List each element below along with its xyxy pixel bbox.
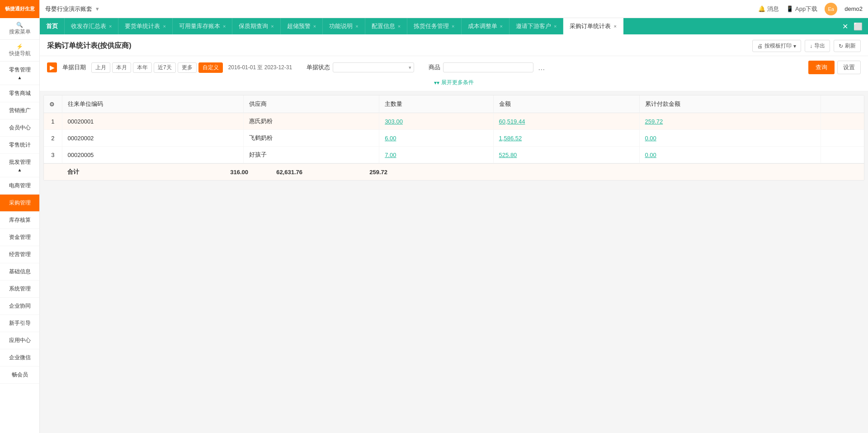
date-this-month-button[interactable]: 本月 [112,62,131,73]
tab-cost-adj[interactable]: 成本调整单 × [462,18,509,34]
tab-close-config[interactable]: × [398,24,401,29]
tab-config[interactable]: 配置信息 × [365,18,407,34]
filter-status: 单据状态 [307,62,414,72]
row-supplier: 飞鹤奶粉 [243,130,379,147]
row-index: 3 [44,147,62,163]
sidebar-item-retail-shop[interactable]: 零售商城 [0,85,39,102]
more-options-button[interactable]: ... [536,63,547,71]
expand-more-button[interactable]: ▾▾ 展开更多条件 [434,76,474,86]
sidebar-item-app-center[interactable]: 应用中心 [0,332,39,349]
page-actions: 🖨 按模板打印 ▾ ↓ 导出 ↻ 刷新 [752,40,861,52]
tabs-end-controls: ✕ ⬜ [840,22,868,31]
page-content: 采购订单统计表(按供应商) 🖨 按模板打印 ▾ ↓ 导出 ↻ 刷新 [40,34,868,433]
tab-func-desc[interactable]: 功能说明 × [323,18,365,34]
col-settings: ⚙ [44,95,62,113]
sidebar-item-basic-info[interactable]: 基础信息 [0,263,39,281]
chevron-down-icon: ▾ [793,43,796,49]
sidebar-item-finance[interactable]: 资金管理 [0,229,39,246]
close-all-tabs-button[interactable]: ✕ [840,22,850,31]
sidebar-item-batch-mgmt[interactable]: 批发管理▲ [0,154,39,177]
sidebar-item-member2[interactable]: 畅会员 [0,366,39,384]
sidebar-item-wechat[interactable]: 企业微信 [0,349,39,366]
date-more-button[interactable]: 更多 [178,62,197,73]
table-row[interactable]: 2 00020002 飞鹤奶粉 6.00 1,586.52 0.00 [44,130,864,147]
refresh-icon: ↻ [839,43,843,49]
tab-pick-task[interactable]: 拣货任务管理 × [407,18,461,34]
sidebar-item-member[interactable]: 会员中心 [0,119,39,137]
col-amount: 金额 [493,95,639,113]
tab-purchase-stat[interactable]: 采购订单统计表 × [563,18,623,34]
row-paid: 0.00 [639,130,821,147]
table-row[interactable]: 1 00020001 惠氏奶粉 303.00 60,519.44 259.72 [44,113,864,130]
purchase-stat-table: ⚙ 往来单位编码 供应商 主数量 金额 累计付款金额 1 00020001 惠氏… [44,95,864,163]
filter-row-main: ▶ 单据日期 上月 本月 本年 近7天 更多 自定义 2016-01-01 至 … [47,61,861,74]
date-preset-buttons: 上月 本月 本年 近7天 更多 自定义 [91,62,223,73]
refresh-button[interactable]: ↻ 刷新 [834,40,861,52]
sidebar-quick-nav[interactable]: ⚡ 快捷导航 [0,40,39,62]
filter-toggle-button[interactable]: ▶ [47,62,57,72]
row-amount: 60,519.44 [493,113,639,130]
sidebar-item-biz-mgmt[interactable]: 经营管理 [0,246,39,263]
nav-tabs: 首页 收发存汇总表 × 要货单统计表 × 可用量库存账本 × 保质期查询 × 超… [40,18,868,34]
tab-close-purchase-stat[interactable]: × [613,24,616,29]
date-7days-button[interactable]: 近7天 [154,62,176,73]
chevron-icon: ▲ [18,75,22,80]
username-label: demo2 [844,5,863,12]
tab-close-avail-stock[interactable]: × [223,24,226,29]
row-qty: 303.00 [379,113,493,130]
sidebar-item-newbie[interactable]: 新手引导 [0,315,39,332]
tab-home[interactable]: 首页 [40,18,65,34]
chevron-icon: ▲ [18,167,22,172]
message-button[interactable]: 🔔 消息 [758,5,779,13]
tab-close-overstock[interactable]: × [313,24,316,29]
settings-button[interactable]: 设置 [837,61,861,74]
sidebar-item-ecommerce[interactable]: 电商管理 [0,177,39,195]
tab-close-pick-task[interactable]: × [452,24,454,29]
template-print-button[interactable]: 🖨 按模板打印 ▾ [752,40,801,52]
table-row[interactable]: 3 00020005 好孩子 7.00 525.80 0.00 [44,147,864,163]
chevron-down-icon[interactable]: ▾ [96,5,99,12]
row-index: 1 [44,113,62,130]
tab-invite[interactable]: 邀请下游客户 × [509,18,563,34]
sidebar-item-retail-stat[interactable]: 零售统计 [0,137,39,154]
tab-overstock[interactable]: 超储预警 × [281,18,323,34]
sidebar-item-sys-mgmt[interactable]: 系统管理 [0,281,39,298]
sidebar-item-enterprise[interactable]: 企业协同 [0,298,39,315]
tab-recv-send[interactable]: 收发存汇总表 × [65,18,118,34]
sidebar-item-retail-mgmt[interactable]: 零售管理▲ [0,62,39,85]
main-content: 母婴行业演示账套 ▾ 🔔 消息 📱 App下载 Ea demo2 首页 收发存汇… [40,0,868,433]
tab-close-invite[interactable]: × [554,24,557,29]
date-this-year-button[interactable]: 本年 [133,62,152,73]
tab-close-recv-send[interactable]: × [109,24,112,29]
query-button[interactable]: 查询 [808,61,835,74]
sidebar-item-purchase-mgmt[interactable]: 采购管理 [0,195,39,212]
date-last-month-button[interactable]: 上月 [91,62,110,73]
tab-avail-stock[interactable]: 可用量库存账本 × [173,18,232,34]
tab-close-order-stat[interactable]: × [163,24,165,29]
date-custom-button[interactable]: 自定义 [198,62,223,73]
status-select[interactable] [333,62,414,72]
topbar: 母婴行业演示账套 ▾ 🔔 消息 📱 App下载 Ea demo2 [40,0,868,18]
tab-expiry[interactable]: 保质期查询 × [232,18,280,34]
sidebar-item-marketing[interactable]: 营销推广 [0,102,39,119]
col-paid: 累计付款金额 [639,95,821,113]
tab-order-stat[interactable]: 要货单统计表 × [118,18,172,34]
row-code: 00020001 [62,113,243,130]
footer-total-qty: 316.00 [194,169,248,176]
app-logo: 畅捷通好生意 [0,0,39,18]
tab-close-func-desc[interactable]: × [355,24,358,29]
app-download-button[interactable]: 📱 App下载 [786,5,817,13]
footer-total-paid: 259.72 [306,169,387,176]
row-amount: 1,586.52 [493,130,639,147]
goods-input[interactable] [443,62,533,72]
export-icon: ↓ [810,43,812,49]
table-container: ⚙ 往来单位编码 供应商 主数量 金额 累计付款金额 1 00020001 惠氏… [43,95,864,181]
tab-close-cost-adj[interactable]: × [500,24,503,29]
maximize-button[interactable]: ⬜ [852,22,864,31]
sidebar-item-inventory[interactable]: 库存核算 [0,212,39,229]
tab-close-expiry[interactable]: × [271,24,274,29]
sidebar: 畅捷通好生意 🔍 搜索菜单 ⚡ 快捷导航 零售管理▲ 零售商城 营销推广 会员中… [0,0,40,433]
sidebar-search[interactable]: 🔍 搜索菜单 [0,18,39,40]
user-avatar[interactable]: Ea [825,3,837,15]
export-button[interactable]: ↓ 导出 [805,40,830,52]
